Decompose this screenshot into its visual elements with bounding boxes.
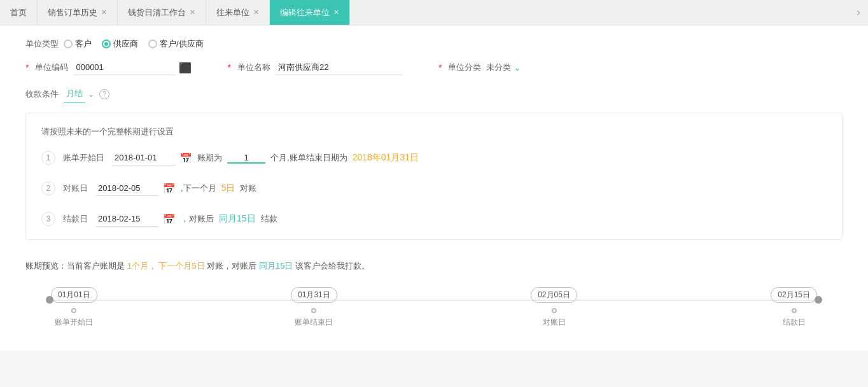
- radio-customer-circle: [64, 39, 73, 48]
- timeline-points: 01月01日 账单开始日 01月31日 账单结束日 02月05日 对账日: [51, 287, 817, 328]
- step-2-label: 对账日: [63, 183, 88, 194]
- payment-terms-arrow[interactable]: ⌄: [88, 90, 94, 99]
- payment-terms-row: 收款条件 月结 ⌄ ?: [25, 85, 843, 102]
- timeline-line: [51, 300, 817, 300]
- step-1-period-input[interactable]: [227, 153, 265, 164]
- step-3-suffix: 结款: [261, 213, 277, 225]
- step-1-num: 1: [41, 151, 55, 165]
- timeline-dot-3: [552, 308, 557, 313]
- step-3-highlight: 同月15日: [219, 213, 256, 225]
- unit-code-input[interactable]: [73, 60, 175, 75]
- payment-terms-dropdown[interactable]: 月结 ⌄: [64, 85, 94, 102]
- tab-expand-button[interactable]: ›: [849, 0, 868, 25]
- timeline-point-4: 02月15日 结款日: [771, 287, 817, 328]
- tab-partner-close[interactable]: ✕: [253, 8, 259, 17]
- step-3-content: 📅 ，对账后 同月15日 结款: [95, 211, 277, 227]
- step-1-label: 账单开始日: [63, 152, 104, 164]
- radio-both-circle: [148, 39, 157, 48]
- preview-part1: 1个月，: [127, 261, 157, 271]
- step-1-row: 1 账单开始日 📅 账期为 个月,账单结束日期为 2018年01月31日: [41, 150, 827, 165]
- timeline-badge-3: 02月05日: [531, 287, 577, 303]
- unit-name-label: 单位名称: [237, 62, 270, 73]
- unit-code-required: *: [25, 62, 29, 73]
- timeline-point-3: 02月05日 对账日: [531, 287, 577, 328]
- step-3-label: 结款日: [63, 213, 88, 225]
- preview-label: 账期预览：当前客户账期是: [25, 261, 125, 271]
- timeline-point-1: 01月01日 账单开始日: [51, 287, 97, 328]
- unit-category-required: *: [438, 62, 442, 73]
- tab-home-label: 首页: [10, 7, 27, 18]
- step-2-suffix: 对账: [240, 183, 256, 194]
- tab-sales-order[interactable]: 销售订单历史 ✕: [38, 0, 118, 25]
- step-3-date-input[interactable]: [95, 211, 159, 227]
- timeline-label-1: 账单开始日: [55, 317, 93, 328]
- tab-partner-label: 往来单位: [216, 7, 249, 18]
- timeline-label-2: 账单结束日: [295, 317, 333, 328]
- preview-part3: 同月15日: [259, 261, 293, 271]
- radio-supplier[interactable]: 供应商: [102, 38, 138, 50]
- radio-supplier-label: 供应商: [113, 38, 138, 50]
- step-3-calendar-icon[interactable]: 📅: [163, 213, 176, 225]
- timeline-dot-1: [71, 308, 76, 313]
- preview-text: 账期预览：当前客户账期是 1个月， 下一个月5日 对账，对账后 同月15日 该客…: [25, 260, 843, 272]
- step-1-suffix-after: 个月,账单结束日期为: [270, 152, 347, 164]
- tab-partner[interactable]: 往来单位 ✕: [206, 0, 270, 25]
- unit-type-row: 单位类型 客户 供应商 客户/供应商: [25, 38, 843, 50]
- step-2-num: 2: [41, 181, 55, 195]
- step-1-calendar-icon[interactable]: 📅: [179, 152, 192, 164]
- preview-section: 账期预览：当前客户账期是 1个月， 下一个月5日 对账，对账后 同月15日 该客…: [25, 250, 843, 338]
- step-1-suffix-before: 账期为: [197, 152, 222, 164]
- tab-sales-order-close[interactable]: ✕: [101, 8, 107, 17]
- timeline-start-dot: [46, 296, 53, 304]
- unit-category-label: 单位分类: [448, 62, 481, 73]
- help-icon[interactable]: ?: [99, 89, 109, 99]
- timeline-point-2: 01月31日 账单结束日: [291, 287, 337, 328]
- radio-customer-label: 客户: [75, 38, 92, 50]
- step-2-prefix: ,下一个月: [181, 183, 216, 194]
- tab-cash-work[interactable]: 钱货日清工作台 ✕: [118, 0, 206, 25]
- radio-both[interactable]: 客户/供应商: [148, 38, 204, 50]
- step-3-row: 3 结款日 📅 ，对账后 同月15日 结款: [41, 211, 827, 227]
- step-2-highlight: 5日: [221, 183, 235, 194]
- step-3-num: 3: [41, 212, 55, 226]
- preview-part2: 下一个月5日: [158, 261, 204, 271]
- payment-terms-value[interactable]: 月结: [64, 85, 85, 102]
- payment-terms-label: 收款条件: [25, 88, 59, 100]
- timeline-end-dot: [815, 296, 822, 304]
- step-2-date-input[interactable]: [95, 181, 159, 196]
- step-1-content: 📅 账期为 个月,账单结束日期为 2018年01月31日: [112, 150, 419, 165]
- unit-name-input[interactable]: [276, 60, 403, 75]
- timeline-label-3: 对账日: [543, 317, 566, 328]
- tab-edit-partner[interactable]: 编辑往来单位 ✕: [270, 0, 350, 25]
- tab-cash-work-label: 钱货日清工作台: [128, 7, 186, 18]
- tab-home[interactable]: 首页: [0, 0, 38, 25]
- unit-category-value: 未分类: [486, 62, 511, 73]
- step-1-date-input[interactable]: [112, 150, 176, 165]
- card-description: 请按照未来的一个完整帐期进行设置: [41, 126, 827, 137]
- tab-edit-partner-close[interactable]: ✕: [333, 8, 339, 17]
- unit-info-row: * 单位编码 ⬛ * 单位名称 * 单位分类 未分类 ⌄: [25, 60, 843, 75]
- unit-type-label: 单位类型: [25, 38, 59, 50]
- radio-supplier-circle: [102, 39, 111, 48]
- settings-card: 请按照未来的一个完整帐期进行设置 1 账单开始日 📅 账期为 个月,账单结束日期…: [25, 113, 843, 240]
- unit-code-field-group: ⬛: [73, 60, 192, 75]
- main-content: 单位类型 客户 供应商 客户/供应商 * 单位编码 ⬛ * 单位名称: [0, 25, 868, 351]
- unit-category-arrow[interactable]: ⌄: [514, 62, 521, 73]
- timeline-badge-2: 01月31日: [291, 287, 337, 303]
- step-3-prefix: ，对账后: [181, 213, 214, 225]
- radio-both-label: 客户/供应商: [160, 38, 204, 50]
- step-2-row: 2 对账日 📅 ,下一个月 5日 对账: [41, 181, 827, 196]
- tab-bar: 首页 销售订单历史 ✕ 钱货日清工作台 ✕ 往来单位 ✕ 编辑往来单位 ✕ ›: [0, 0, 868, 25]
- unit-category-dropdown[interactable]: 未分类 ⌄: [486, 62, 521, 73]
- radio-group: 客户 供应商 客户/供应商: [64, 38, 204, 50]
- timeline-dot-2: [311, 308, 316, 313]
- step-1-end-date: 2018年01月31日: [353, 152, 419, 164]
- timeline-badge-4: 02月15日: [771, 287, 817, 303]
- tab-cash-work-close[interactable]: ✕: [190, 8, 195, 17]
- unit-code-copy-icon[interactable]: ⬛: [179, 62, 192, 74]
- preview-end: 该客户会给我打款。: [295, 261, 370, 271]
- unit-code-label: 单位编码: [35, 62, 68, 73]
- radio-customer[interactable]: 客户: [64, 38, 92, 50]
- timeline-badge-1: 01月01日: [51, 287, 97, 303]
- step-2-calendar-icon[interactable]: 📅: [163, 183, 176, 195]
